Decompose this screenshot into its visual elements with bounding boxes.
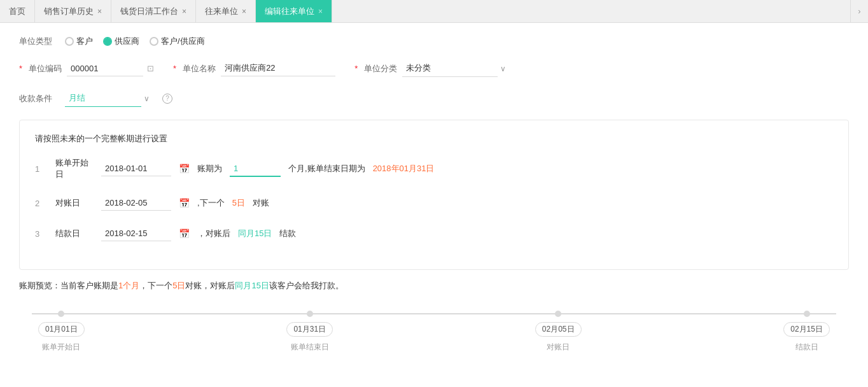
tab-bar: 首页 销售订单历史 × 钱货日清工作台 × 往来单位 × 编辑往来单位 × › bbox=[0, 0, 868, 23]
unit-code-wrapper: ⊡ bbox=[67, 61, 154, 76]
timeline-badge-0: 01月01日 bbox=[38, 322, 85, 337]
unit-code-label: 单位编码 bbox=[29, 63, 62, 74]
timeline-dot-3 bbox=[804, 311, 810, 317]
timeline-dot-2 bbox=[555, 311, 561, 317]
timeline-sublabel-0: 账单开始日 bbox=[42, 342, 80, 353]
tab-partner-units[interactable]: 往来单位 × bbox=[196, 0, 256, 22]
payment-terms-label: 收款条件 bbox=[19, 93, 52, 104]
setting-row-1: 1 账单开始日 📅 账期为 个月,账单结束日期为 2018年01月31日 bbox=[35, 157, 833, 180]
row-num-1: 1 bbox=[35, 164, 48, 174]
radio-both-label: 客户/供应商 bbox=[161, 36, 205, 47]
reconcile-desc-highlight: 5日 bbox=[232, 197, 245, 209]
unit-code-required: * bbox=[19, 64, 22, 73]
setting-row-3: 3 结款日 📅 ，对账后同月15日结款 bbox=[35, 226, 833, 241]
timeline-items: 01月01日 账单开始日 01月31日 账单结束日 02月05日 对账日 02月… bbox=[38, 311, 830, 353]
preview-sep2: 对账，对账后 bbox=[185, 281, 235, 290]
payment-terms-row: 收款条件 月结 ∨ ? bbox=[19, 90, 849, 107]
timeline-point-0: 01月01日 账单开始日 bbox=[38, 311, 85, 353]
main-content: 单位类型 客户 供应商 客户/供应商 * 单位编码 ⊡ bbox=[0, 23, 868, 387]
payment-desc-prefix: ，对账后 bbox=[197, 228, 230, 239]
tab-edit-partner[interactable]: 编辑往来单位 × bbox=[256, 0, 332, 22]
unit-category-value: 未分类 bbox=[402, 60, 498, 77]
payment-terms-chevron: ∨ bbox=[144, 94, 150, 103]
unit-category-required: * bbox=[354, 64, 358, 73]
radio-supplier-label: 供应商 bbox=[115, 36, 139, 47]
setting-row-2: 2 对账日 📅 ,下一个5日对账 bbox=[35, 195, 833, 211]
radio-customer[interactable]: 客户 bbox=[65, 36, 93, 47]
timeline-section: 01月01日 账单开始日 01月31日 账单结束日 02月05日 对账日 02月… bbox=[19, 304, 849, 372]
period-value-input[interactable] bbox=[230, 161, 281, 177]
unit-category-field: * 单位分类 未分类 ∨ bbox=[354, 60, 506, 77]
reconcile-date-calendar-icon[interactable]: 📅 bbox=[179, 198, 190, 208]
timeline-dot-0 bbox=[58, 311, 64, 317]
unit-category-dropdown[interactable]: 未分类 ∨ bbox=[402, 60, 506, 77]
timeline-badge-3: 02月15日 bbox=[783, 322, 830, 337]
preview-prefix: 账期预览：当前客户账期是 bbox=[19, 281, 118, 290]
radio-customer-circle bbox=[65, 37, 74, 46]
unit-name-required: * bbox=[173, 64, 176, 73]
payment-date-input[interactable] bbox=[101, 226, 171, 241]
row-num-2: 2 bbox=[35, 199, 48, 208]
tab-cash-workbench-label: 钱货日清工作台 bbox=[120, 6, 178, 17]
copy-icon[interactable]: ⊡ bbox=[147, 64, 154, 73]
unit-name-input[interactable] bbox=[221, 61, 335, 76]
period-end-date: 2018年01月31日 bbox=[373, 163, 435, 174]
unit-code-field: * 单位编码 ⊡ bbox=[19, 61, 154, 76]
reconcile-date-input[interactable] bbox=[101, 195, 171, 211]
tab-sales-history[interactable]: 销售订单历史 × bbox=[35, 0, 111, 22]
period-label: 账期为 bbox=[197, 163, 222, 174]
preview-part2: 5日 bbox=[172, 281, 185, 290]
unit-name-label: 单位名称 bbox=[183, 63, 216, 74]
period-unit: 个月,账单结束日期为 bbox=[288, 163, 365, 174]
tab-partner-units-label: 往来单位 bbox=[205, 6, 238, 17]
unit-name-field: * 单位名称 bbox=[173, 61, 335, 76]
payment-terms-value: 月结 bbox=[65, 90, 141, 107]
payment-date-calendar-icon[interactable]: 📅 bbox=[179, 229, 190, 239]
reconcile-desc-suffix: 对账 bbox=[253, 197, 269, 209]
radio-both[interactable]: 客户/供应商 bbox=[150, 36, 205, 47]
tab-sales-history-close[interactable]: × bbox=[97, 7, 102, 16]
timeline-badge-1: 01月31日 bbox=[286, 322, 333, 337]
tab-partner-units-close[interactable]: × bbox=[242, 7, 246, 16]
radio-both-circle bbox=[150, 37, 158, 46]
start-date-input[interactable] bbox=[101, 161, 171, 176]
payment-desc-highlight: 同月15日 bbox=[238, 228, 272, 239]
preview-sep1: ，下一个 bbox=[139, 281, 172, 290]
unit-code-input[interactable] bbox=[67, 61, 143, 76]
tab-home[interactable]: 首页 bbox=[0, 0, 35, 22]
unit-info-row: * 单位编码 ⊡ * 单位名称 * 单位分类 未分类 ∨ bbox=[19, 60, 849, 77]
timeline-point-1: 01月31日 账单结束日 bbox=[286, 311, 333, 353]
row-type-3: 结款日 bbox=[55, 228, 94, 239]
preview-section: 账期预览：当前客户账期是1个月，下一个5日对账，对账后同月15日该客户会给我打款… bbox=[19, 280, 849, 292]
period-settings-section: 请按照未来的一个完整帐期进行设置 1 账单开始日 📅 账期为 个月,账单结束日期… bbox=[19, 120, 849, 270]
timeline-sublabel-1: 账单结束日 bbox=[291, 342, 329, 353]
timeline-badge-2: 02月05日 bbox=[535, 322, 582, 337]
unit-type-radio-group: 客户 供应商 客户/供应商 bbox=[65, 36, 205, 47]
help-icon[interactable]: ? bbox=[162, 94, 172, 104]
radio-supplier[interactable]: 供应商 bbox=[103, 36, 139, 47]
reconcile-desc-prefix: ,下一个 bbox=[197, 197, 225, 209]
timeline-sublabel-2: 对账日 bbox=[547, 342, 570, 353]
row-num-3: 3 bbox=[35, 229, 48, 239]
row-type-2: 对账日 bbox=[55, 197, 94, 209]
preview-part3: 同月15日 bbox=[235, 281, 269, 290]
tab-edit-partner-label: 编辑往来单位 bbox=[265, 6, 314, 17]
payment-desc-suffix: 结款 bbox=[279, 228, 296, 239]
tab-home-label: 首页 bbox=[9, 6, 25, 17]
tab-sales-history-label: 销售订单历史 bbox=[44, 6, 94, 17]
arrow-icon: › bbox=[858, 6, 860, 16]
timeline-point-3: 02月15日 结款日 bbox=[783, 311, 830, 353]
timeline-dot-1 bbox=[307, 311, 313, 317]
row-type-1: 账单开始日 bbox=[55, 157, 94, 180]
radio-supplier-circle bbox=[103, 37, 112, 46]
unit-type-row: 单位类型 客户 供应商 客户/供应商 bbox=[19, 36, 849, 47]
tab-edit-partner-close[interactable]: × bbox=[318, 7, 323, 16]
start-date-calendar-icon[interactable]: 📅 bbox=[179, 164, 190, 174]
preview-part1: 1个月 bbox=[118, 281, 139, 290]
payment-terms-dropdown[interactable]: 月结 ∨ bbox=[65, 90, 150, 107]
tab-cash-workbench[interactable]: 钱货日清工作台 × bbox=[111, 0, 196, 22]
tab-scroll-arrow[interactable]: › bbox=[850, 0, 868, 22]
unit-type-label: 单位类型 bbox=[19, 36, 52, 47]
tab-cash-workbench-close[interactable]: × bbox=[182, 7, 186, 16]
preview-suffix: 该客户会给我打款。 bbox=[269, 281, 344, 290]
